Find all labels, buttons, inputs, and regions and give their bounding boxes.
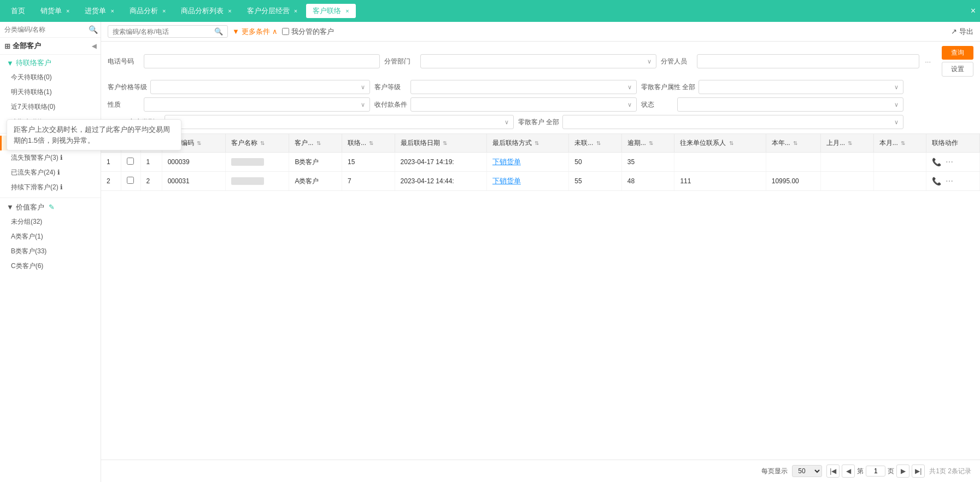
- th-this-year[interactable]: 本年... ⇅: [766, 134, 820, 153]
- row2-contact-link[interactable]: 下销货单: [492, 177, 521, 185]
- row1-more-icon[interactable]: ⋯: [946, 158, 953, 166]
- row2-phone-icon[interactable]: 📞: [932, 177, 941, 185]
- filter-price-level: 客户价格等级 ∨: [108, 80, 370, 94]
- filter-payment-label: 收付款条件: [374, 100, 407, 109]
- row1-phone-icon[interactable]: 📞: [932, 158, 941, 166]
- row2-last-contact-date: 2023-04-12 14:44:: [395, 172, 486, 191]
- filter-retail-customer-select[interactable]: ∨: [562, 115, 903, 129]
- filter-status-label: 状态: [641, 100, 674, 109]
- row2-contacts: 7: [342, 172, 395, 191]
- filter-dept-label: 分管部门: [384, 57, 417, 66]
- th-last-contact-date[interactable]: 最后联络日期 ⇅: [395, 134, 486, 153]
- sidebar-all-customers[interactable]: ⊞ 全部客户 ◀: [0, 38, 101, 55]
- nav-purchase-close[interactable]: ×: [110, 8, 114, 14]
- sidebar-item-churn-warning[interactable]: 流失预警客户(3) ℹ: [0, 150, 101, 165]
- nav-home[interactable]: 首页: [4, 4, 32, 18]
- row1-contact-link[interactable]: 下销货单: [492, 158, 521, 166]
- sidebar-item-tomorrow[interactable]: 明天待联络(1): [0, 85, 101, 100]
- edit-icon[interactable]: ✎: [49, 203, 55, 211]
- sidebar-value-customers[interactable]: ▼ 价值客户 ✎: [0, 200, 101, 214]
- th-this-month[interactable]: 本月... ⇅: [873, 134, 926, 153]
- th-contacts[interactable]: 联络... ⇅: [342, 134, 395, 153]
- sidebar-item-c-class[interactable]: C类客户(6): [0, 259, 101, 274]
- sidebar-item-b-class[interactable]: B类客户(33): [0, 244, 101, 259]
- row1-checkbox[interactable]: [127, 158, 134, 165]
- sort-icon-overdue: ⇅: [649, 140, 653, 146]
- next-page-btn[interactable]: ▶: [896, 464, 909, 478]
- sidebar-item-a-class[interactable]: A类客户(1): [0, 229, 101, 244]
- main-search-input[interactable]: [113, 28, 212, 36]
- th-name[interactable]: 客户名称 ⇅: [226, 134, 289, 153]
- row1-name: [226, 153, 289, 172]
- last-page-btn[interactable]: ▶|: [912, 464, 925, 478]
- th-not-contacted[interactable]: 未联... ⇅: [569, 134, 622, 153]
- row2-name: [226, 172, 289, 191]
- sidebar-item-churned[interactable]: 已流失客户(24) ℹ: [0, 165, 101, 180]
- close-all-button[interactable]: ×: [971, 6, 976, 16]
- row1-last-contact-method[interactable]: 下销货单: [486, 153, 568, 172]
- table-area[interactable]: ⚙ 客户编码 ⇅ 客户名称 ⇅ 客户... ⇅: [101, 134, 980, 460]
- nav-customer-segment[interactable]: 客户分层经营 ×: [240, 4, 304, 18]
- th-level[interactable]: 客户... ⇅: [289, 134, 342, 153]
- nav-customer-contact[interactable]: 客户联络 ×: [306, 4, 355, 18]
- th-last-month[interactable]: 上月... ⇅: [821, 134, 874, 153]
- row2-last-contact-method[interactable]: 下销货单: [486, 172, 568, 191]
- sidebar-search-input[interactable]: [4, 26, 86, 33]
- main-search-icon[interactable]: 🔍: [214, 27, 223, 36]
- my-customers-check[interactable]: [282, 28, 289, 35]
- search-input-wrap: 🔍: [108, 25, 228, 38]
- sidebar-search-icon[interactable]: 🔍: [89, 25, 98, 34]
- filter-payment-select[interactable]: ∨: [410, 97, 637, 112]
- nav-analysis[interactable]: 商品分析 ×: [123, 4, 172, 18]
- filter-phone-input[interactable]: [144, 54, 380, 68]
- sidebar-content: ⊞ 全部客户 ◀ ▼ 待联络客户 今天待联络(0) 明天待联络(1) 近7天待联…: [0, 38, 101, 482]
- sidebar-item-ungrouped[interactable]: 未分组(32): [0, 214, 101, 229]
- th-company-contact[interactable]: 往来单位联系人 ⇅: [674, 134, 766, 153]
- th-last-contact-method[interactable]: 最后联络方式 ⇅: [486, 134, 568, 153]
- nav-analysis-list[interactable]: 商品分析列表 ×: [174, 4, 238, 18]
- export-button[interactable]: ↗ 导出: [951, 27, 973, 37]
- filter-manager-input[interactable]: [697, 54, 919, 68]
- nav-analysis-close[interactable]: ×: [162, 8, 166, 14]
- first-page-btn[interactable]: |◀: [826, 464, 840, 478]
- page-input[interactable]: [866, 466, 885, 477]
- filter-gender-select[interactable]: ∨: [144, 97, 370, 112]
- filter-customer-level-select[interactable]: ∨: [410, 80, 637, 94]
- table-row: 1 1 000039 B类客户 15 2023-04: [101, 153, 980, 172]
- my-customers-checkbox[interactable]: 我分管的客户: [282, 27, 334, 37]
- per-page-label: 每页显示: [761, 467, 788, 476]
- sidebar-pending-title[interactable]: ▼ 待联络客户: [0, 56, 101, 70]
- filter-status-select[interactable]: ∨: [677, 97, 903, 112]
- nav-analysis-list-close[interactable]: ×: [228, 8, 231, 14]
- total-records: 共1页 2条记录: [929, 467, 971, 476]
- nav-sales[interactable]: 销货单 ×: [34, 4, 76, 18]
- filter-manager-dots[interactable]: ···: [923, 57, 933, 66]
- prev-page-btn[interactable]: ◀: [842, 464, 855, 478]
- sidebar-item-declining[interactable]: 持续下滑客户(2) ℹ: [0, 180, 101, 195]
- per-page-select[interactable]: 50 20 100: [792, 465, 822, 477]
- row2-more-icon[interactable]: ⋯: [946, 177, 953, 185]
- query-button[interactable]: 查询: [942, 46, 973, 60]
- filter-retail-attr-select[interactable]: ∨: [699, 80, 903, 94]
- filter-price-level-select[interactable]: ∨: [150, 80, 370, 94]
- nav-customer-segment-close[interactable]: ×: [294, 8, 297, 14]
- more-conditions-btn[interactable]: ▼ 更多条件 ∧: [232, 27, 278, 37]
- row2-checkbox[interactable]: [127, 177, 134, 184]
- row2-code: 000031: [162, 172, 225, 191]
- th-overdue[interactable]: 逾期... ⇅: [621, 134, 674, 153]
- filter-phone-label: 电话号码: [108, 57, 140, 66]
- sidebar-item-7days[interactable]: 近7天待联络(0): [0, 100, 101, 114]
- row2-seq: 2: [140, 172, 162, 191]
- th-actions: 联络动作: [926, 134, 980, 153]
- filter-dept-select[interactable]: ∨: [420, 54, 656, 68]
- sidebar-item-today[interactable]: 今天待联络(0): [0, 70, 101, 85]
- settings-button[interactable]: 设置: [942, 62, 973, 77]
- arrow-down-icon: ▼: [7, 59, 14, 67]
- nav-purchase[interactable]: 进货单 ×: [78, 4, 120, 18]
- filter-customer-type: 客户类型 ∨: [128, 115, 514, 129]
- filter-customer-type-select[interactable]: ∨: [165, 115, 514, 129]
- page-nav: |◀ ◀ 第 页 ▶ ▶|: [826, 464, 925, 478]
- nav-customer-contact-close[interactable]: ×: [345, 8, 349, 14]
- nav-sales-close[interactable]: ×: [66, 8, 69, 14]
- row1-contacts: 15: [342, 153, 395, 172]
